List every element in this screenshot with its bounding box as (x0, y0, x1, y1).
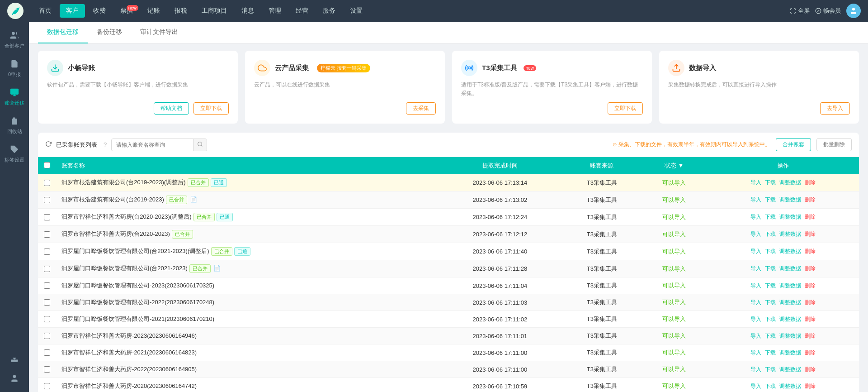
op-调整数据-btn[interactable]: 调整数据 (778, 179, 803, 186)
op-删除-btn[interactable]: 删除 (803, 316, 817, 322)
nav-tax[interactable]: 报税 (168, 4, 193, 18)
nav-client[interactable]: 客户 (60, 4, 85, 18)
op-删除-btn[interactable]: 删除 (803, 179, 817, 186)
op-导入-btn[interactable]: 导入 (749, 196, 763, 203)
search-button[interactable] (193, 139, 207, 151)
op-下载-btn[interactable]: 下载 (763, 179, 778, 186)
tab-backup-migration[interactable]: 备份迁移 (88, 22, 131, 43)
op-删除-btn[interactable]: 删除 (803, 349, 817, 356)
refresh-icon[interactable] (45, 141, 52, 148)
merge-accounts-button[interactable]: 合并账套 (776, 138, 811, 151)
vip-btn[interactable]: 畅会员 (815, 7, 841, 15)
op-删除-btn[interactable]: 删除 (803, 196, 817, 203)
op-删除-btn[interactable]: 删除 (803, 214, 817, 220)
op-删除-btn[interactable]: 删除 (803, 333, 817, 339)
op-删除-btn[interactable]: 删除 (803, 299, 817, 306)
op-调整数据-btn[interactable]: 调整数据 (778, 333, 803, 339)
row-checkbox[interactable] (44, 249, 50, 255)
op-删除-btn[interactable]: 删除 (803, 366, 817, 373)
op-调整数据-btn[interactable]: 调整数据 (778, 196, 803, 203)
op-删除-btn[interactable]: 删除 (803, 265, 817, 272)
tab-data-migration[interactable]: 数据包迁移 (38, 22, 88, 43)
sidebar-item-recycle[interactable]: 回收站 (0, 111, 29, 139)
sidebar-item-account-migration[interactable]: 账套迁移 (0, 82, 29, 111)
row-checkbox[interactable] (44, 282, 50, 289)
op-删除-btn[interactable]: 删除 (803, 383, 817, 389)
nav-manage[interactable]: 管理 (262, 4, 288, 18)
op-调整数据-btn[interactable]: 调整数据 (778, 214, 803, 220)
op-导入-btn[interactable]: 导入 (749, 366, 763, 373)
op-导入-btn[interactable]: 导入 (749, 214, 763, 220)
op-导入-btn[interactable]: 导入 (749, 316, 763, 322)
nav-invoice[interactable]: 票据 new (114, 4, 139, 18)
row-checkbox[interactable] (44, 383, 50, 389)
op-调整数据-btn[interactable]: 调整数据 (778, 282, 803, 289)
op-下载-btn[interactable]: 下载 (763, 316, 778, 322)
select-all-checkbox[interactable] (44, 162, 50, 168)
list-help-icon[interactable]: ? (104, 141, 107, 148)
row-checkbox[interactable] (44, 299, 50, 306)
op-调整数据-btn[interactable]: 调整数据 (778, 349, 803, 356)
row-checkbox[interactable] (44, 231, 50, 238)
op-导入-btn[interactable]: 导入 (749, 299, 763, 306)
op-调整数据-btn[interactable]: 调整数据 (778, 248, 803, 254)
row-checkbox[interactable] (44, 316, 50, 322)
op-删除-btn[interactable]: 删除 (803, 248, 817, 254)
sidebar-item-user-settings[interactable] (6, 368, 23, 388)
user-avatar[interactable] (846, 4, 861, 18)
op-下载-btn[interactable]: 下载 (763, 366, 778, 373)
tab-audit-export[interactable]: 审计文件导出 (131, 22, 187, 43)
nav-operation[interactable]: 经营 (289, 4, 315, 18)
yuncp-collect-btn[interactable]: 去采集 (406, 102, 436, 115)
op-导入-btn[interactable]: 导入 (749, 333, 763, 339)
xiaochang-download-btn[interactable]: 立即下载 (193, 102, 229, 115)
fullscreen-btn[interactable]: 全屏 (790, 7, 810, 15)
op-导入-btn[interactable]: 导入 (749, 349, 763, 356)
batch-delete-button[interactable]: 批量删除 (816, 138, 852, 151)
sidebar-item-zero-report[interactable]: 0申报 (0, 54, 29, 82)
op-导入-btn[interactable]: 导入 (749, 383, 763, 389)
op-调整数据-btn[interactable]: 调整数据 (778, 316, 803, 322)
op-下载-btn[interactable]: 下载 (763, 265, 778, 272)
op-下载-btn[interactable]: 下载 (763, 231, 778, 237)
sidebar-item-all-clients[interactable]: 全部客户 (0, 25, 29, 54)
op-下载-btn[interactable]: 下载 (763, 349, 778, 356)
op-下载-btn[interactable]: 下载 (763, 282, 778, 289)
t3tool-download-btn[interactable]: 立即下载 (608, 102, 643, 115)
nav-settings[interactable]: 设置 (344, 4, 369, 18)
sidebar-item-tag-settings[interactable]: 标签设置 (0, 139, 29, 168)
nav-service[interactable]: 服务 (316, 4, 342, 18)
op-导入-btn[interactable]: 导入 (749, 179, 763, 186)
op-下载-btn[interactable]: 下载 (763, 383, 778, 389)
app-logo[interactable] (7, 3, 24, 19)
nav-business[interactable]: 工商项目 (195, 4, 233, 18)
op-下载-btn[interactable]: 下载 (763, 214, 778, 220)
nav-bookkeeping[interactable]: 记账 (141, 4, 166, 18)
search-input[interactable] (112, 139, 193, 150)
cloud-icon[interactable]: 📄 (190, 196, 197, 203)
op-删除-btn[interactable]: 删除 (803, 282, 817, 289)
op-调整数据-btn[interactable]: 调整数据 (778, 265, 803, 272)
op-删除-btn[interactable]: 删除 (803, 231, 817, 237)
op-调整数据-btn[interactable]: 调整数据 (778, 231, 803, 237)
xiaochang-help-btn[interactable]: 帮助文档 (154, 102, 189, 115)
row-checkbox[interactable] (44, 349, 50, 356)
row-checkbox[interactable] (44, 197, 50, 203)
row-checkbox[interactable] (44, 333, 50, 339)
cloud-icon[interactable]: 📄 (213, 265, 221, 272)
op-调整数据-btn[interactable]: 调整数据 (778, 383, 803, 389)
nav-home[interactable]: 首页 (33, 4, 58, 18)
nav-fee[interactable]: 收费 (87, 4, 112, 18)
row-checkbox[interactable] (44, 214, 50, 220)
op-调整数据-btn[interactable]: 调整数据 (778, 366, 803, 373)
row-checkbox[interactable] (44, 266, 50, 272)
op-导入-btn[interactable]: 导入 (749, 282, 763, 289)
dataimport-go-btn[interactable]: 去导入 (820, 102, 850, 115)
row-checkbox[interactable] (44, 366, 50, 373)
nav-message[interactable]: 消息 (235, 4, 260, 18)
op-下载-btn[interactable]: 下载 (763, 248, 778, 254)
op-导入-btn[interactable]: 导入 (749, 248, 763, 254)
op-下载-btn[interactable]: 下载 (763, 333, 778, 339)
op-导入-btn[interactable]: 导入 (749, 231, 763, 237)
op-下载-btn[interactable]: 下载 (763, 196, 778, 203)
